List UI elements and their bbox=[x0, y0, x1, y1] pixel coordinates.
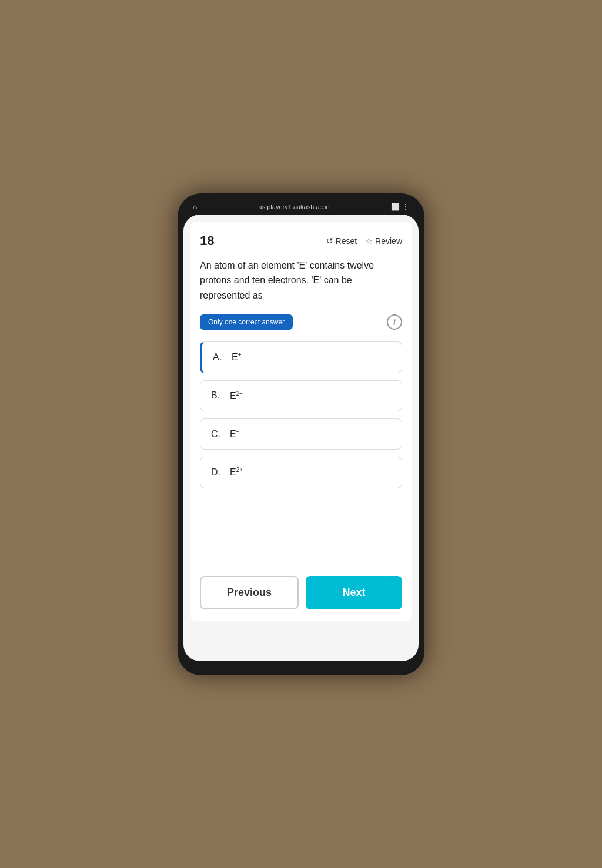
option-b-text: E2− bbox=[230, 390, 243, 401]
browser-url-display: astplayerv1.aakash.ac.in bbox=[259, 203, 330, 210]
option-c-label: C. bbox=[211, 429, 223, 440]
question-text: An atom of an element 'E' contains twelv… bbox=[200, 258, 402, 303]
review-button[interactable]: ☆ Review bbox=[365, 236, 402, 246]
option-b[interactable]: B. E2− bbox=[200, 380, 402, 411]
reset-icon: ↺ bbox=[326, 236, 333, 246]
status-bar-right: ⬜ ⋮ bbox=[391, 203, 409, 211]
option-a-text: E+ bbox=[232, 351, 242, 363]
next-button[interactable]: Next bbox=[306, 576, 402, 609]
option-a-label: A. bbox=[213, 352, 225, 363]
previous-button[interactable]: Previous bbox=[200, 576, 299, 609]
content-area: 18 ↺ Reset ☆ Review An atom of an elemen… bbox=[190, 222, 412, 621]
option-d-text: E2+ bbox=[230, 467, 243, 478]
option-a[interactable]: A. E+ bbox=[200, 341, 402, 373]
tab-count-icon: ⬜ bbox=[391, 203, 400, 211]
answer-type-row: Only one correct answer i bbox=[200, 314, 402, 330]
question-number: 18 bbox=[200, 233, 214, 249]
menu-icon: ⋮ bbox=[402, 203, 409, 211]
star-icon: ☆ bbox=[365, 236, 373, 246]
option-b-label: B. bbox=[211, 390, 223, 401]
home-icon: ⌂ bbox=[193, 203, 197, 211]
navigation-buttons: Previous Next bbox=[200, 576, 402, 609]
phone-device: ⌂ astplayerv1.aakash.ac.in ⬜ ⋮ 18 ↺ Rese… bbox=[178, 193, 424, 675]
info-icon[interactable]: i bbox=[387, 314, 402, 330]
status-bar-left: ⌂ bbox=[193, 203, 197, 211]
option-c-text: E− bbox=[230, 428, 240, 440]
answer-type-badge: Only one correct answer bbox=[200, 314, 293, 330]
question-header: 18 ↺ Reset ☆ Review bbox=[200, 233, 402, 249]
option-d[interactable]: D. E2+ bbox=[200, 457, 402, 488]
reset-button[interactable]: ↺ Reset bbox=[326, 236, 357, 246]
option-c[interactable]: C. E− bbox=[200, 418, 402, 450]
phone-screen: 18 ↺ Reset ☆ Review An atom of an elemen… bbox=[183, 215, 419, 661]
option-d-label: D. bbox=[211, 467, 223, 478]
options-list: A. E+ B. E2− C. E− D. E2+ bbox=[200, 341, 402, 561]
status-bar: ⌂ astplayerv1.aakash.ac.in ⬜ ⋮ bbox=[183, 199, 419, 215]
header-actions: ↺ Reset ☆ Review bbox=[326, 236, 402, 246]
